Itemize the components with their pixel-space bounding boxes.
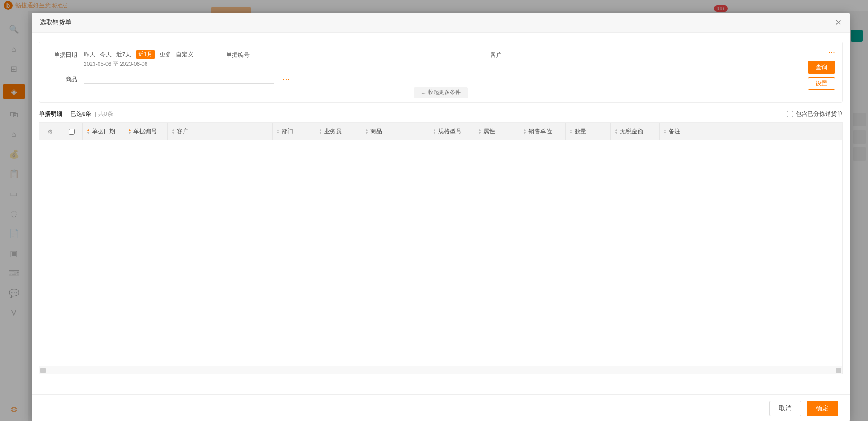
filter-row-2: 商品 ⋯ xyxy=(48,75,833,84)
selected-suffix: 条 xyxy=(85,110,91,117)
collapse-label: 收起更多条件 xyxy=(428,89,461,95)
col-select-all[interactable] xyxy=(61,123,83,140)
horizontal-scrollbar[interactable] xyxy=(39,366,843,374)
col-unit-label: 销售单位 xyxy=(528,127,552,136)
select-sales-order-modal: 选取销货单 ✕ ⋯ 查询 设置 单据日期 昨天 今天 近7天 近1月 xyxy=(32,13,850,421)
col-note[interactable]: ▲▼备注 xyxy=(660,123,842,140)
date-label: 单据日期 xyxy=(48,50,77,59)
filter-row-1: 单据日期 昨天 今天 近7天 近1月 更多 自定义 2023-05-06 至 xyxy=(48,50,833,68)
date-opt-yesterday[interactable]: 昨天 xyxy=(84,51,95,59)
total-count: | 共0条 xyxy=(93,110,113,118)
col-customer[interactable]: ▲▼客户 xyxy=(168,123,273,140)
col-spec-label: 规格型号 xyxy=(438,127,462,136)
col-date-label: 单据日期 xyxy=(92,127,115,136)
collapse-filters-toggle[interactable]: ︽收起更多条件 xyxy=(414,87,468,98)
col-qty[interactable]: ▲▼数量 xyxy=(566,123,611,140)
table-body-empty xyxy=(39,140,842,366)
include-dispatched-toggle: 包含已分拣销货单 xyxy=(787,110,843,118)
col-qty-label: 数量 xyxy=(575,127,586,136)
ok-button[interactable]: 确定 xyxy=(807,401,838,416)
date-opt-custom[interactable]: 自定义 xyxy=(176,51,193,59)
detail-title: 单据明细 xyxy=(39,110,62,118)
col-docno-label: 单据编号 xyxy=(133,127,157,136)
list-header-bar: 单据明细 已选0条 | 共0条 包含已分拣销货单 xyxy=(39,110,843,118)
date-range-display: 2023-05-06 至 2023-06-06 xyxy=(84,61,193,68)
col-note-label: 备注 xyxy=(669,127,680,136)
col-product-label: 商品 xyxy=(370,127,382,136)
product-picker-icon[interactable]: ⋯ xyxy=(283,75,290,83)
date-opt-7d[interactable]: 近7天 xyxy=(116,51,131,59)
col-attr[interactable]: ▲▼属性 xyxy=(474,123,519,140)
include-dispatched-checkbox[interactable] xyxy=(787,111,793,117)
product-input[interactable] xyxy=(84,75,274,84)
col-dept[interactable]: ▲▼部门 xyxy=(273,123,315,140)
col-customer-label: 客户 xyxy=(177,127,189,136)
filter-action-column: ⋯ 查询 设置 xyxy=(808,48,835,90)
date-opt-more[interactable]: 更多 xyxy=(160,51,171,59)
customer-label: 客户 xyxy=(473,50,502,59)
customer-input[interactable] xyxy=(508,50,698,59)
select-all-checkbox[interactable] xyxy=(69,129,75,135)
modal-body: ⋯ 查询 设置 单据日期 昨天 今天 近7天 近1月 更多 自定义 xyxy=(32,33,850,394)
cancel-button[interactable]: 取消 xyxy=(769,401,801,416)
col-docno[interactable]: ▲▼单据编号 xyxy=(124,123,168,140)
col-dept-label: 部门 xyxy=(282,127,293,136)
col-salesman[interactable]: ▲▼业务员 xyxy=(315,123,361,140)
selected-count: 已选0条 xyxy=(71,110,91,118)
col-amount[interactable]: ▲▼无税金额 xyxy=(611,123,660,140)
docno-filter: 单据编号 xyxy=(221,50,446,59)
col-attr-label: 属性 xyxy=(483,127,495,136)
date-filter: 单据日期 昨天 今天 近7天 近1月 更多 自定义 2023-05-06 至 xyxy=(48,50,193,68)
docno-label: 单据编号 xyxy=(221,50,250,59)
customer-filter: 客户 xyxy=(473,50,698,59)
settings-button[interactable]: 设置 xyxy=(808,77,835,90)
date-sep: 至 xyxy=(113,61,118,67)
modal-footer: 取消 确定 xyxy=(32,394,850,421)
query-button[interactable]: 查询 xyxy=(808,61,835,74)
col-spec[interactable]: ▲▼规格型号 xyxy=(429,123,474,140)
date-from: 2023-05-06 xyxy=(84,61,111,67)
chevron-up-icon: ︽ xyxy=(421,89,426,95)
scroll-left-icon[interactable] xyxy=(40,368,46,373)
modal-title: 选取销货单 xyxy=(40,19,71,27)
modal-header: 选取销货单 ✕ xyxy=(32,13,850,33)
include-dispatched-label: 包含已分拣销货单 xyxy=(796,110,843,118)
col-settings[interactable]: ⚙ xyxy=(39,123,61,140)
product-filter: 商品 ⋯ xyxy=(48,75,290,84)
col-salesman-label: 业务员 xyxy=(324,127,342,136)
date-opt-today[interactable]: 今天 xyxy=(100,51,112,59)
selected-prefix: 已选 xyxy=(71,110,82,117)
filter-more-icon[interactable]: ⋯ xyxy=(808,48,835,56)
close-icon[interactable]: ✕ xyxy=(835,18,842,28)
date-opt-1m[interactable]: 近1月 xyxy=(136,50,155,59)
col-unit[interactable]: ▲▼销售单位 xyxy=(519,123,566,140)
scroll-right-icon[interactable] xyxy=(836,368,841,373)
date-to: 2023-06-06 xyxy=(120,61,147,67)
col-product[interactable]: ▲▼商品 xyxy=(361,123,429,140)
filter-panel: ⋯ 查询 设置 单据日期 昨天 今天 近7天 近1月 更多 自定义 xyxy=(39,42,843,103)
col-date[interactable]: ▲▼单据日期 xyxy=(83,123,124,140)
total-text: 共0条 xyxy=(98,110,113,117)
product-label: 商品 xyxy=(48,75,77,84)
col-amount-label: 无税金额 xyxy=(620,127,643,136)
docno-input[interactable] xyxy=(256,50,446,59)
date-quick-options: 昨天 今天 近7天 近1月 更多 自定义 xyxy=(84,50,193,59)
table-header: ⚙ ▲▼单据日期 ▲▼单据编号 ▲▼客户 ▲▼部门 ▲▼业务员 ▲▼商品 ▲▼规… xyxy=(39,123,842,140)
results-table: ⚙ ▲▼单据日期 ▲▼单据编号 ▲▼客户 ▲▼部门 ▲▼业务员 ▲▼商品 ▲▼规… xyxy=(39,122,843,366)
